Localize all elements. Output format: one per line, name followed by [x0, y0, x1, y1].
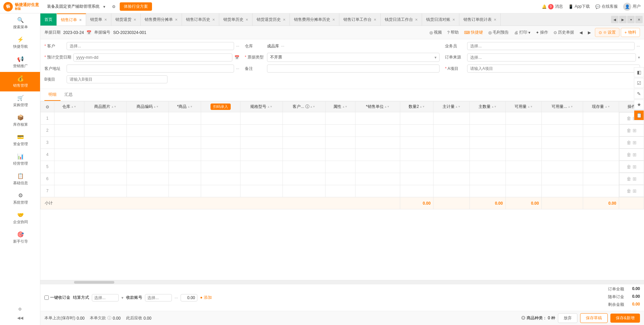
row-copy-icon[interactable]: ⊞: [633, 128, 637, 133]
next-record-btn[interactable]: ▶: [586, 30, 592, 36]
customer-more[interactable]: ···: [236, 44, 239, 48]
tab-sales-order[interactable]: 销售订单 ✕: [57, 13, 86, 26]
tab-sales-return-history[interactable]: 销货单历史 ✕: [219, 13, 253, 26]
history-order-btn[interactable]: ⊙ 历史单据: [552, 29, 575, 36]
remark-input[interactable]: [267, 65, 440, 73]
sidebar-item-search[interactable]: 🔍 搜索菜单: [0, 13, 40, 33]
notification-item[interactable]: 🔔 9 消息: [542, 4, 563, 9]
tab-cash-workbench[interactable]: 钱货日清工作台 ✕: [381, 13, 422, 26]
tab-close-stats[interactable]: ✕: [494, 18, 496, 22]
project-b-input[interactable]: [67, 75, 167, 83]
view-btn[interactable]: ◎ 视频: [428, 29, 443, 36]
scroll-thumb[interactable]: [74, 281, 114, 284]
row-copy-icon[interactable]: ⊞: [633, 152, 637, 157]
help-btn[interactable]: ? 帮助: [446, 29, 460, 36]
tab-close-order-history[interactable]: ✕: [212, 18, 215, 22]
operation-btn[interactable]: ✦ 操作: [534, 29, 550, 36]
app-download-item[interactable]: 📱 App下载: [568, 4, 590, 9]
quantity2-sort[interactable]: ▲▼: [420, 105, 425, 108]
row-copy-icon[interactable]: ⊞: [633, 188, 637, 194]
calendar-icon[interactable]: 📅: [86, 30, 91, 35]
sidebar-item-operations[interactable]: 📊 经营管理: [0, 150, 40, 169]
product-image-sort[interactable]: ▲▼: [111, 105, 116, 108]
tab-prev-btn[interactable]: ◀: [611, 16, 618, 23]
row-delete-icon[interactable]: 🗑: [627, 128, 631, 133]
delivery-date-calendar-icon[interactable]: 📅: [234, 55, 239, 60]
salesperson-more[interactable]: ···: [637, 44, 640, 48]
sidebar-collapse-btn[interactable]: ◀◀: [15, 314, 25, 322]
tab-sales-return[interactable]: 销货单 ✕: [86, 13, 111, 26]
row-delete-icon[interactable]: 🗑: [627, 152, 631, 157]
row-copy-icon[interactable]: ⊞: [633, 164, 637, 169]
stock-sort[interactable]: ▲▼: [605, 105, 610, 108]
save-draft-button[interactable]: 保存草稿: [580, 313, 608, 323]
tab-order-workbench[interactable]: 销售订单工作台 ✕: [339, 13, 381, 26]
sidebar-item-sales[interactable]: 💰 销售管理: [0, 72, 40, 91]
settings-button[interactable]: ⊙ ⊙ 设置: [595, 28, 619, 37]
th-settings[interactable]: ⊙: [41, 101, 54, 112]
sidebar-item-system[interactable]: ⚙ 系统管理: [0, 189, 40, 208]
prev-record-btn[interactable]: ◀: [578, 30, 584, 36]
row-copy-icon[interactable]: ⊞: [633, 140, 637, 145]
customer-code-sort[interactable]: ▲▼: [310, 105, 315, 108]
trial-button[interactable]: 体验行业方案: [120, 2, 152, 11]
receipt-account-input[interactable]: [145, 294, 172, 301]
right-float-btn-2[interactable]: ☑: [634, 78, 644, 88]
invoice-type-select[interactable]: 不开票 ▾: [267, 53, 440, 62]
project-a-input[interactable]: [467, 65, 640, 73]
right-float-btn-1[interactable]: ◧: [634, 67, 644, 77]
discard-button[interactable]: 放弃: [558, 313, 577, 323]
tab-menu-btn[interactable]: ▾: [627, 16, 635, 23]
attribute-sort[interactable]: ▲▼: [342, 105, 347, 108]
tab-sales-order-history[interactable]: 销售订单历史 ✕: [182, 13, 219, 26]
tab-close-sales-order[interactable]: ✕: [79, 18, 82, 22]
tab-close-expense-history[interactable]: ✕: [332, 18, 335, 22]
tab-sales-expense-history[interactable]: 销售费用分摊单历史 ✕: [290, 13, 339, 26]
row-delete-icon[interactable]: 🗑: [627, 176, 631, 181]
customer-address-input[interactable]: [67, 65, 234, 73]
tab-close-cash-workbench[interactable]: ✕: [415, 18, 418, 22]
right-float-btn-3[interactable]: ✎: [634, 89, 644, 99]
tab-close-sales-return[interactable]: ✕: [104, 18, 107, 22]
product-sort[interactable]: ▲▼: [187, 105, 193, 108]
tab-close-order-workbench[interactable]: ✕: [374, 18, 376, 22]
tab-close-sales-expense[interactable]: ✕: [175, 18, 178, 22]
salesperson-input[interactable]: [467, 42, 635, 50]
product-code-sort[interactable]: ▲▼: [153, 105, 159, 108]
sidebar-item-purchase[interactable]: 🛒 采购管理: [0, 91, 40, 111]
profit-forecast-btn[interactable]: ◎ 毛利预告: [487, 29, 510, 36]
online-service-item[interactable]: 💬 在线客服: [595, 4, 618, 9]
save-new-button[interactable]: 保存&新增: [610, 314, 640, 323]
row-delete-icon[interactable]: 🗑: [627, 140, 631, 145]
tab-close-sales-refund[interactable]: ✕: [134, 18, 136, 22]
row-delete-icon[interactable]: 🗑: [627, 188, 631, 194]
tab-home[interactable]: 首页: [40, 13, 57, 26]
sidebar-item-enterprise[interactable]: 🤝 企业协同: [0, 208, 40, 228]
tab-close-return-history[interactable]: ✕: [245, 18, 248, 22]
top-gear-button[interactable]: ⚙: [109, 2, 118, 11]
available-sort[interactable]: ▲▼: [527, 105, 533, 108]
row-delete-icon[interactable]: 🗑: [627, 116, 631, 121]
tab-sales-expense[interactable]: 销售费用分摊单 ✕: [141, 13, 182, 26]
print-btn[interactable]: 🖨 打印 ▾: [513, 29, 532, 36]
settlement-method-input[interactable]: [92, 294, 119, 301]
warehouse-more[interactable]: ···: [281, 44, 285, 48]
sidebar-settings-btn[interactable]: ⚙: [16, 305, 24, 314]
tab-next-btn[interactable]: ▶: [619, 16, 627, 23]
available2-sort[interactable]: ▲▼: [568, 105, 573, 108]
sidebar-item-quick-nav[interactable]: ⚡ 快捷导航: [0, 33, 40, 52]
scan-button[interactable]: 扫码录入: [211, 104, 231, 110]
right-float-btn-4[interactable]: ★: [634, 99, 644, 110]
receipt-more[interactable]: ···: [175, 295, 178, 300]
main-unit-sort[interactable]: ▲▼: [455, 105, 461, 108]
delivery-date-input[interactable]: [73, 53, 232, 62]
tab-sales-stats[interactable]: 销售订单统计表 ✕: [459, 13, 501, 26]
user-item[interactable]: 👤 用户: [623, 3, 641, 11]
tab-close-refund-history[interactable]: ✕: [283, 18, 286, 22]
customer-input[interactable]: [67, 42, 234, 50]
sidebar-item-inventory[interactable]: 📦 库存核算: [0, 111, 40, 130]
add-material-button[interactable]: + 物料: [621, 28, 640, 37]
order-source-input[interactable]: [467, 53, 636, 62]
spec-sort[interactable]: ▲▼: [267, 105, 272, 108]
one-click-pay-checkbox[interactable]: [44, 295, 49, 300]
